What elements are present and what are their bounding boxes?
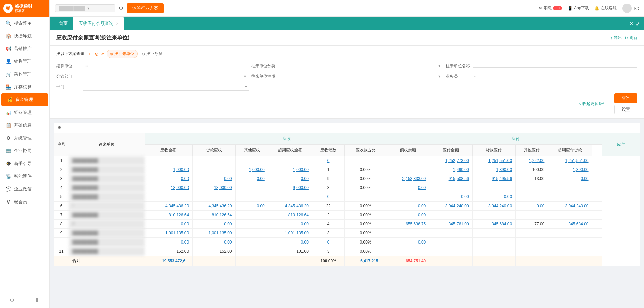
col-ap-extra: 应付: [602, 133, 640, 156]
table-settings-icon[interactable]: ⚙: [58, 125, 61, 130]
table-row: 9█████████1,001,135.001,001,135.001,001,…: [54, 229, 640, 238]
unit-name-input[interactable]: [473, 64, 637, 68]
settlement-unit-dots: ···: [85, 63, 88, 68]
header-right: ✉ 消息 99+ 📱 App下载 🔔 在线客服 Rit: [539, 4, 639, 13]
table-row: 1█████████01,252,773.001,251,551.001,222…: [54, 156, 640, 165]
app-version: 标准版: [15, 9, 32, 13]
cell-partner: █████████: [69, 165, 145, 174]
sidebar-item-system[interactable]: ⚙ 系统管理: [0, 132, 49, 144]
sidebar-item-finance[interactable]: 💰 资金管理: [1, 93, 48, 106]
col-ap-amount: 应付金额: [429, 145, 472, 156]
filter-schemes: ⊕ 按往来单位 ⊙ 按业务员: [107, 50, 165, 58]
filter-row-1: 结算单位 ··· 往来单位分类 ▾ 往来单位名称: [56, 62, 637, 70]
sidebar-settings-btn[interactable]: ⚙: [6, 295, 18, 305]
col-ap-credit: 贷款应付: [472, 145, 515, 156]
settings-button[interactable]: 设置: [614, 105, 637, 114]
user-name: Rit: [634, 6, 639, 11]
sidebar-collapse-btn[interactable]: ⏸: [31, 295, 43, 305]
export-button[interactable]: ↑ 导出: [610, 35, 622, 41]
refresh-button[interactable]: ↻ 刷新: [625, 35, 637, 41]
table-row: 6^4,345,436.204,345,436.200.004,345,436.…: [54, 202, 640, 211]
sidebar-item-hardware[interactable]: 📡 智能硬件: [0, 170, 49, 183]
col-group-receivable: 应收: [145, 133, 429, 145]
message-action[interactable]: ✉ 消息 99+: [539, 5, 562, 11]
col-ar-amount: 应收金额: [145, 145, 193, 156]
unit-category-input[interactable]: ▾: [278, 62, 443, 70]
message-icon: ✉: [539, 6, 542, 11]
tab-bar: 首页 应收应付余额查询 × × ⤢: [50, 17, 644, 30]
online-service-action[interactable]: 🔔 在线客服: [594, 5, 617, 11]
window-close-btn[interactable]: ×: [630, 20, 633, 27]
scheme-collapse-icon[interactable]: «: [101, 51, 104, 57]
sidebar-item-enterprise[interactable]: 🏢 企业协同: [0, 144, 49, 157]
sidebar-item-search-menu[interactable]: 🔍 搜索菜单: [0, 17, 49, 30]
settlement-unit-input[interactable]: ···: [83, 62, 248, 70]
unit-nature-arrow: ▾: [438, 74, 440, 79]
sidebar-bottom: ⚙ ⏸: [0, 292, 49, 308]
table-row: 5█████████00.000.00: [54, 192, 640, 202]
app-icon: 📱: [568, 6, 573, 11]
sales-icon: 👤: [5, 58, 11, 64]
col-ap-other: 其他应付: [516, 145, 548, 156]
add-scheme-btn[interactable]: ＋: [87, 51, 92, 57]
unit-nature-input[interactable]: ▾: [278, 73, 443, 80]
dept-manage-arrow: ▾: [244, 74, 246, 79]
total-ar-prepaid[interactable]: 6,417,215....: [345, 256, 386, 266]
department-input[interactable]: ▾: [83, 83, 249, 91]
basic-info-icon: 📋: [5, 122, 11, 128]
promo-button[interactable]: 体验行业方案: [127, 3, 164, 13]
tab-close-icon[interactable]: ×: [116, 21, 118, 26]
table-scroll-area[interactable]: 序号 往来单位 应收 应付 应付 应收金额 贷款应收 其他应收 超期应收金额: [54, 133, 640, 266]
breadcrumb[interactable]: █████████ ▾: [55, 4, 115, 12]
cell-partner: █████████: [69, 174, 145, 183]
total-ap-amount: -654,751.40: [386, 256, 429, 266]
scheme-by-staff[interactable]: ⊙ 按业务员: [139, 50, 165, 58]
breadcrumb-text: █████████: [59, 6, 85, 11]
settings-icon[interactable]: ⚙: [119, 5, 123, 11]
sidebar-item-marketing[interactable]: 📢 营销推广: [0, 42, 49, 55]
dept-manage-input[interactable]: ▾: [83, 73, 248, 80]
table-toolbar: ⚙: [54, 123, 640, 133]
tab-home[interactable]: 首页: [54, 17, 73, 30]
salesperson-input[interactable]: ···: [472, 73, 637, 80]
sidebar-item-label: 搜索菜单: [14, 20, 32, 26]
sidebar-item-sales[interactable]: 👤 销售管理: [0, 55, 49, 68]
app-download-action[interactable]: 📱 App下载: [568, 5, 589, 11]
sidebar-item-member[interactable]: V 畅会员: [0, 195, 49, 208]
col-ar-count: 应收笔数: [312, 145, 344, 156]
query-button[interactable]: 查询: [614, 93, 637, 103]
page-title: 应收应付余额查询(按往来单位): [56, 34, 130, 41]
inventory-icon: 🏪: [5, 84, 11, 90]
sidebar-item-operations[interactable]: 📊 经营管理: [0, 106, 49, 119]
user-info[interactable]: Rit: [622, 4, 639, 13]
scheme-staff-label: 按业务员: [146, 51, 162, 57]
sidebar-item-inventory[interactable]: 🏪 库存核算: [0, 81, 49, 93]
cell-partner: P: [69, 220, 145, 229]
sidebar-item-quick-nav[interactable]: 🏠 快捷导航: [0, 30, 49, 42]
filter-unit-category: 往来单位分类 ▾: [251, 62, 443, 70]
marketing-icon: 📢: [5, 46, 11, 52]
collapse-btn[interactable]: ∧ 收起更多条件: [577, 100, 608, 108]
sidebar-item-basic-info[interactable]: 📋 基础信息: [0, 119, 49, 132]
window-max-btn[interactable]: ⤢: [636, 20, 640, 27]
sidebar-item-label: 基础信息: [14, 122, 32, 128]
sidebar-item-guide[interactable]: 🎓 新手引导: [0, 157, 49, 170]
search-menu-icon: 🔍: [5, 20, 11, 26]
table-row: 4█████████18,000.0018,000.009,000.0030.0…: [54, 183, 640, 192]
dropdown-icon: ▾: [87, 6, 89, 11]
scheme-settings-icon[interactable]: ⊙: [95, 51, 99, 57]
sidebar-item-label: 库存核算: [14, 84, 32, 90]
col-ap-overdue: 超期应付贷款: [548, 145, 592, 156]
header-left: █████████ ▾ ⚙ 体验行业方案: [55, 3, 164, 13]
data-table: 序号 往来单位 应收 应付 应付 应收金额 贷款应收 其他应收 超期应收金额: [54, 133, 640, 266]
filter-label: 按以下方案查询: [56, 51, 85, 57]
sidebar-item-wechat[interactable]: 💬 企业微信: [0, 183, 49, 195]
refresh-icon: ↻: [625, 36, 628, 40]
scheme-by-unit[interactable]: ⊕ 按往来单位: [107, 50, 138, 58]
home-icon: 🏠: [5, 33, 11, 39]
dept-manage-label: 分管部门: [56, 74, 80, 79]
total-ar-amount[interactable]: 19,553,472,6...: [145, 256, 193, 266]
unit-nature-label: 往来单位性质: [251, 74, 275, 79]
tab-active[interactable]: 应收应付余额查询 ×: [73, 17, 124, 30]
sidebar-item-purchase[interactable]: 🛒 采购管理: [0, 68, 49, 81]
